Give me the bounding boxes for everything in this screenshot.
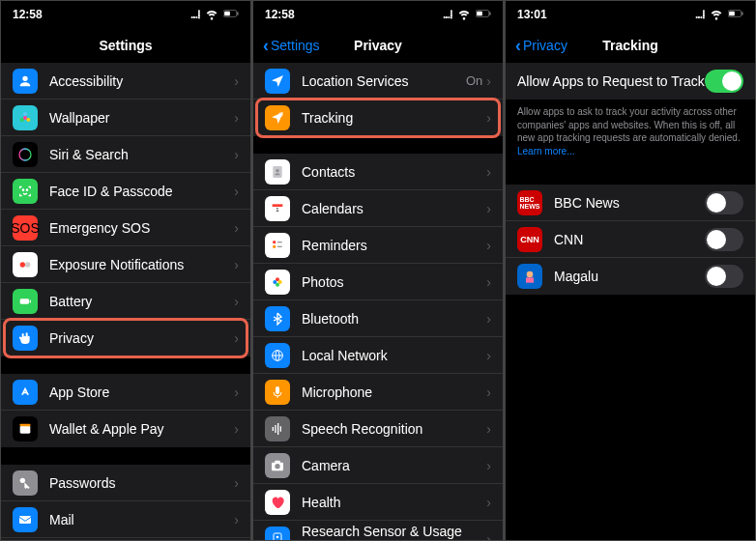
- location-icon: [265, 69, 290, 94]
- status-bar: 13:01 ...⁞: [506, 1, 755, 28]
- row-reminders2[interactable]: Reminders›: [253, 227, 503, 264]
- settings-list[interactable]: Accessibility›Wallpaper›Siri & Search›Fa…: [1, 63, 250, 540]
- row-bluetooth[interactable]: Bluetooth›: [253, 300, 503, 337]
- chevron-right-icon: ›: [234, 257, 239, 272]
- svg-rect-55: [275, 460, 279, 463]
- row-photos[interactable]: Photos›: [253, 264, 503, 300]
- row-sos[interactable]: SOSEmergency SOS›: [1, 210, 250, 246]
- svg-point-54: [275, 464, 279, 469]
- allow-tracking-toggle[interactable]: [705, 70, 743, 93]
- chevron-right-icon: ›: [234, 512, 239, 527]
- chevron-right-icon: ›: [234, 184, 239, 199]
- row-label: Passwords: [49, 475, 234, 491]
- row-label: Camera: [302, 458, 486, 473]
- app-row-magalu[interactable]: Magalu: [506, 258, 755, 295]
- speech-icon: [265, 416, 290, 441]
- row-wallet[interactable]: Wallet & Apple Pay›: [1, 411, 250, 447]
- screen-privacy: 12:58 ...⁞ ‹Settings Privacy Location Se…: [253, 1, 503, 540]
- row-mail[interactable]: Mail›: [1, 501, 250, 538]
- row-tracking[interactable]: Tracking›: [253, 100, 503, 136]
- key-icon: [13, 470, 38, 496]
- signal-icon: ...⁞: [190, 8, 200, 21]
- chevron-right-icon: ›: [234, 330, 239, 346]
- chevron-right-icon: ›: [486, 238, 491, 253]
- calendar-icon: 1: [265, 196, 290, 221]
- privacy-list[interactable]: Location ServicesOn›Tracking›Contacts›1C…: [253, 63, 503, 540]
- status-right: ...⁞: [190, 6, 239, 24]
- svg-point-11: [20, 262, 25, 267]
- chevron-right-icon: ›: [486, 458, 491, 473]
- svg-point-62: [527, 271, 534, 278]
- row-health[interactable]: Health›: [253, 484, 503, 521]
- svg-point-8: [19, 149, 31, 160]
- chevron-right-icon: ›: [486, 201, 491, 216]
- status-time: 13:01: [517, 8, 547, 21]
- row-label: Health: [302, 495, 486, 510]
- siri-icon: [13, 142, 38, 167]
- row-contacts2[interactable]: Contacts›: [253, 154, 503, 190]
- status-time: 12:58: [13, 8, 43, 21]
- exposure-icon: [13, 252, 38, 277]
- status-bar: 12:58 ...⁞: [1, 1, 250, 28]
- row-accessibility[interactable]: Accessibility›: [1, 63, 250, 100]
- bluetooth-icon: [265, 306, 290, 331]
- row-appstore[interactable]: App Store›: [1, 374, 250, 411]
- app-row-cnn[interactable]: CNNCNN: [506, 221, 755, 258]
- row-wallpaper[interactable]: Wallpaper›: [1, 100, 250, 136]
- app-label: CNN: [554, 232, 705, 247]
- screen-tracking: 13:01 ...⁞ ‹Privacy Tracking Allow Apps …: [506, 1, 755, 540]
- app-row-bbc[interactable]: BBCNEWSBBC News: [506, 185, 755, 221]
- chevron-right-icon: ›: [234, 220, 239, 236]
- row-label: Face ID & Passcode: [49, 184, 234, 199]
- chevron-right-icon: ›: [486, 311, 491, 327]
- app-toggle-magalu[interactable]: [705, 265, 743, 288]
- row-exposure[interactable]: Exposure Notifications›: [1, 246, 250, 283]
- row-speech[interactable]: Speech Recognition›: [253, 411, 503, 447]
- nav-header: ‹Settings Privacy: [253, 28, 503, 63]
- nav-header: ‹Privacy Tracking: [506, 28, 755, 63]
- battery-icon: [223, 6, 239, 24]
- row-label: Microphone: [302, 384, 486, 400]
- svg-rect-2: [224, 11, 230, 15]
- back-button[interactable]: ‹Privacy: [515, 36, 567, 56]
- svg-rect-52: [276, 386, 279, 394]
- row-label: Wallpaper: [49, 110, 234, 126]
- allow-tracking-row[interactable]: Allow Apps to Request to Track: [506, 63, 755, 100]
- row-location[interactable]: Location ServicesOn›: [253, 63, 503, 100]
- svg-point-12: [25, 262, 30, 267]
- svg-point-3: [22, 75, 27, 80]
- svg-rect-1: [237, 12, 238, 14]
- svg-point-37: [276, 169, 278, 172]
- row-contacts[interactable]: Contacts›: [1, 538, 250, 540]
- app-label: Magalu: [554, 269, 705, 284]
- battery-icon: [728, 6, 743, 24]
- svg-point-4: [23, 116, 27, 120]
- row-label: App Store: [49, 384, 234, 400]
- row-microphone[interactable]: Microphone›: [253, 374, 503, 411]
- row-research[interactable]: Research Sensor & Usage Data›: [253, 521, 503, 540]
- row-battery[interactable]: Battery›: [1, 283, 250, 320]
- status-bar: 12:58 ...⁞: [253, 1, 503, 28]
- tracking-list[interactable]: Allow Apps to Request to Track Allow app…: [506, 63, 755, 540]
- row-siri[interactable]: Siri & Search›: [1, 136, 250, 173]
- chevron-right-icon: ›: [486, 495, 491, 510]
- row-label: Emergency SOS: [49, 220, 234, 236]
- mic-icon: [265, 380, 290, 405]
- row-privacy[interactable]: Privacy›: [1, 320, 250, 356]
- app-toggle-cnn[interactable]: [705, 228, 743, 251]
- learn-more-link[interactable]: Learn more...: [517, 146, 574, 157]
- row-calendars[interactable]: 1Calendars›: [253, 190, 503, 227]
- battery-icon: [13, 289, 38, 314]
- row-camera[interactable]: Camera›: [253, 447, 503, 484]
- row-value: On: [466, 73, 482, 88]
- back-button[interactable]: ‹Settings: [263, 36, 320, 56]
- wifi-icon: [204, 6, 219, 24]
- status-right: ...⁞: [443, 6, 491, 24]
- row-label: Privacy: [49, 330, 234, 346]
- row-passwords[interactable]: Passwords›: [1, 465, 250, 501]
- row-localnet[interactable]: Local Network›: [253, 337, 503, 374]
- app-toggle-bbc[interactable]: [705, 191, 743, 214]
- row-faceid[interactable]: Face ID & Passcode›: [1, 173, 250, 210]
- chevron-right-icon: ›: [234, 73, 239, 89]
- chevron-right-icon: ›: [486, 384, 491, 400]
